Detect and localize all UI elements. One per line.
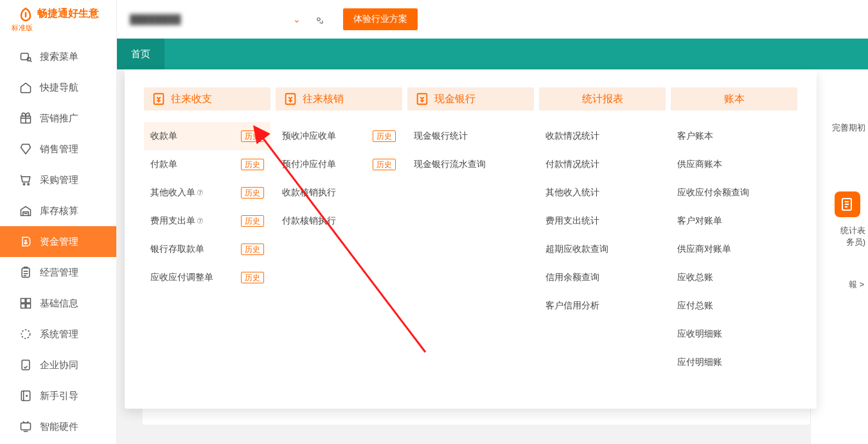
- svg-rect-7: [21, 299, 26, 303]
- mega-item-4-3[interactable]: 客户对账单: [671, 207, 797, 235]
- diamond-icon: [19, 143, 32, 155]
- sidebar-item-label: 库存核算: [40, 205, 78, 217]
- money-icon: [19, 235, 32, 248]
- sidebar-item-label: 搜索菜单: [40, 51, 78, 63]
- mega-item-1-3[interactable]: 付款核销执行: [276, 207, 402, 235]
- mega-item-label: 应付总账: [677, 300, 713, 312]
- mega-item-0-2[interactable]: 其他收入单⑦历史: [144, 179, 270, 207]
- history-badge[interactable]: 历史: [241, 272, 264, 283]
- mega-item-label: 费用支出统计: [545, 215, 599, 227]
- mega-column-title: 账本: [724, 93, 745, 106]
- mega-column-header: 统计报表: [539, 87, 666, 111]
- right-panel-link[interactable]: 報 >: [849, 279, 864, 290]
- svg-rect-12: [22, 360, 30, 370]
- history-badge[interactable]: 历史: [241, 244, 264, 255]
- svg-rect-13: [21, 391, 30, 401]
- mega-item-3-6[interactable]: 客户信用分析: [539, 292, 666, 320]
- history-badge[interactable]: 历史: [241, 159, 264, 170]
- mega-item-4-1[interactable]: 供应商账本: [671, 150, 797, 179]
- sidebar-item-1[interactable]: 快捷导航: [0, 72, 116, 103]
- sidebar-item-label: 资金管理: [40, 236, 78, 248]
- sidebar-item-3[interactable]: 销售管理: [0, 134, 116, 164]
- sidebar-item-label: 智能硬件: [40, 421, 78, 433]
- sidebar-item-6[interactable]: 资金管理: [0, 226, 116, 257]
- mega-item-label: 付款情况统计: [545, 159, 599, 170]
- mega-column-title: 往来收支: [171, 93, 212, 106]
- mega-item-1-1[interactable]: 预付冲应付单历史: [276, 150, 402, 179]
- sidebar-item-2[interactable]: 营销推广: [0, 103, 116, 134]
- mega-item-label: 费用支出单⑦: [150, 215, 204, 227]
- mega-item-2-0[interactable]: 现金银行统计: [407, 122, 534, 150]
- mega-item-label: 收款核销执行: [282, 187, 336, 199]
- history-badge[interactable]: 历史: [241, 187, 264, 199]
- svg-rect-9: [21, 304, 26, 308]
- report-icon[interactable]: [835, 191, 860, 217]
- sidebar-item-12[interactable]: 智能硬件: [0, 411, 116, 442]
- svg-point-4: [23, 183, 25, 185]
- svg-rect-8: [26, 299, 31, 303]
- mega-item-4-5[interactable]: 应收总账: [671, 263, 797, 292]
- home-icon: [19, 81, 32, 94]
- mega-column-header: 现金银行: [407, 87, 534, 111]
- tab-0[interactable]: 首页: [117, 39, 164, 69]
- mega-item-3-2[interactable]: 其他收入统计: [539, 179, 666, 207]
- sidebar-item-5[interactable]: 库存核算: [0, 195, 116, 226]
- help-icon: ⑦: [197, 217, 204, 226]
- mega-item-label: 其他收入单⑦: [150, 187, 204, 199]
- sidebar-item-10[interactable]: 企业协同: [0, 350, 116, 380]
- tv-icon: [19, 420, 32, 433]
- tab-bar: 首页: [117, 39, 868, 69]
- logo-icon: [18, 6, 33, 22]
- sidebar-item-8[interactable]: 基础信息: [0, 288, 116, 319]
- gear-icon: [19, 328, 32, 341]
- logo-subtitle: 标准版: [12, 23, 33, 33]
- clipboard-icon: [19, 266, 32, 279]
- mega-item-3-1[interactable]: 付款情况统计: [539, 150, 666, 179]
- mega-item-4-4[interactable]: 供应商对账单: [671, 235, 797, 263]
- mega-item-4-8[interactable]: 应付明细账: [671, 348, 797, 377]
- warehouse-icon: [19, 204, 32, 217]
- mega-item-label: 客户对账单: [677, 215, 722, 227]
- mega-item-0-5[interactable]: 应收应付调整单历史: [144, 263, 270, 292]
- sidebar-item-label: 新手引导: [40, 390, 78, 402]
- mega-item-3-5[interactable]: 信用余额查询: [539, 263, 666, 292]
- sidebar-item-label: 基础信息: [40, 297, 78, 310]
- mega-item-label: 银行存取款单: [150, 244, 204, 255]
- history-badge[interactable]: 历史: [241, 130, 264, 142]
- svg-line-2: [30, 60, 31, 62]
- mega-item-label: 超期应收款查询: [545, 244, 608, 255]
- mega-item-0-3[interactable]: 费用支出单⑦历史: [144, 207, 270, 235]
- mega-item-1-2[interactable]: 收款核销执行: [276, 179, 402, 207]
- industry-plan-button[interactable]: 体验行业方案: [343, 8, 418, 30]
- mega-item-0-4[interactable]: 银行存取款单历史: [144, 235, 270, 263]
- svg-point-14: [26, 395, 28, 396]
- mega-item-3-4[interactable]: 超期应收款查询: [539, 235, 666, 263]
- mega-item-3-3[interactable]: 费用支出统计: [539, 207, 666, 235]
- mega-item-4-0[interactable]: 客户账本: [671, 122, 797, 150]
- mega-item-0-1[interactable]: 付款单历史: [144, 150, 270, 179]
- history-badge[interactable]: 历史: [373, 130, 396, 142]
- history-badge[interactable]: 历史: [373, 159, 396, 170]
- search-icon: [19, 50, 32, 63]
- svg-point-16: [317, 18, 321, 21]
- mega-item-4-2[interactable]: 应收应付余额查询: [671, 179, 797, 207]
- sidebar-item-4[interactable]: 采购管理: [0, 164, 116, 195]
- settings-button[interactable]: [310, 10, 328, 28]
- business-name[interactable]: ████████: [130, 14, 284, 24]
- mega-item-1-0[interactable]: 预收冲应收单历史: [276, 122, 402, 150]
- sidebar-item-0[interactable]: 搜索菜单: [0, 41, 116, 72]
- sidebar-item-9[interactable]: 系统管理: [0, 319, 116, 350]
- right-panel-top: 完善期初: [832, 122, 865, 134]
- mega-item-3-0[interactable]: 收款情况统计: [539, 122, 666, 150]
- chevron-down-icon[interactable]: ⌄: [288, 14, 306, 24]
- mega-item-4-7[interactable]: 应收明细账: [671, 320, 797, 348]
- sidebar-item-11[interactable]: 新手引导: [0, 380, 116, 411]
- mega-column-4: 账本客户账本供应商账本应收应付余额查询客户对账单供应商对账单应收总账应付总账应收…: [671, 87, 797, 377]
- mega-item-0-0[interactable]: 收款单历史: [144, 122, 270, 150]
- mega-item-label: 付款单: [150, 159, 177, 170]
- history-badge[interactable]: 历史: [241, 215, 264, 227]
- mega-item-4-6[interactable]: 应付总账: [671, 292, 797, 320]
- sidebar-item-label: 采购管理: [40, 174, 78, 186]
- sidebar-item-7[interactable]: 经营管理: [0, 257, 116, 288]
- mega-item-2-1[interactable]: 现金银行流水查询: [407, 150, 534, 179]
